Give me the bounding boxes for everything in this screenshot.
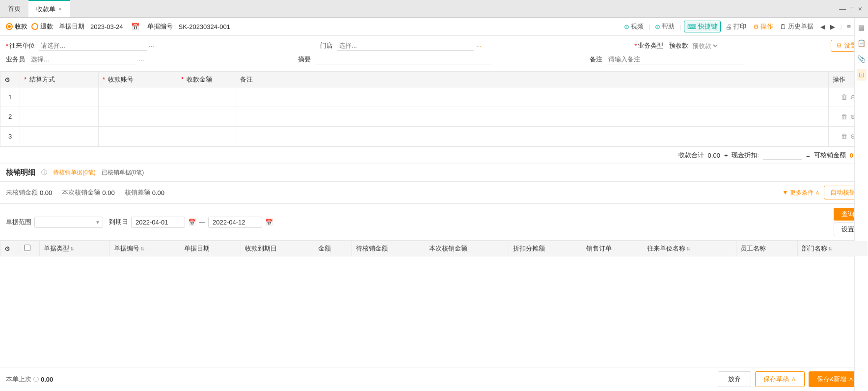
calendar-from-icon[interactable]: 📅 (188, 219, 196, 226)
discard-btn[interactable]: 放弃 (718, 371, 751, 387)
vth-settings[interactable]: ⚙ (0, 241, 20, 256)
row-3-note[interactable] (236, 127, 829, 146)
range-label: 单据范围 (6, 218, 31, 226)
table-row: 2 🗑 ⊕ (0, 107, 868, 127)
help-btn[interactable]: ⊙ 帮助 (653, 21, 677, 32)
vth-amount: 金额 (314, 241, 352, 256)
row-2-delete-icon[interactable]: 🗑 (841, 113, 847, 120)
discount-label: 现金折扣: (732, 151, 759, 160)
row-1-method[interactable] (20, 87, 99, 107)
sort-dept-icon[interactable]: ⇅ (828, 246, 832, 251)
row-3-method[interactable] (20, 127, 99, 146)
data-table: ⚙ * 结算方式 * 收款账号 * 收款金额 备注 (0, 72, 868, 146)
tab-home[interactable]: 首页 (0, 0, 28, 17)
vth-number: 单据编号 ⇅ (109, 241, 180, 256)
form-row-1: * 往来单位 ··· 门店 ··· * 业务类型 预收款 (6, 40, 862, 52)
counterpart-label: 往来单位 (9, 41, 35, 50)
nav-left-icon[interactable]: ◀ (818, 22, 827, 31)
settings-icon: ⚙ (4, 76, 10, 84)
verify-tab-pending[interactable]: 待核销单据(0笔) (53, 168, 96, 177)
radio-group: 收款 退款 (6, 22, 53, 31)
th-account: * 收款账号 (99, 72, 177, 87)
unchecked-value: 0.00 (40, 189, 52, 196)
counterpart-input[interactable] (39, 41, 147, 51)
counterpart-required: * (6, 42, 8, 50)
save-draft-btn[interactable]: 保存草稿 ∧ (755, 371, 805, 387)
summary-field: 摘要 (298, 55, 570, 64)
verify-table: ⚙ 单据类型 ⇅ 单据编号 (0, 241, 868, 256)
row-1-amount[interactable] (177, 87, 236, 107)
operation-btn[interactable]: ⚙ 操作 (751, 21, 775, 32)
video-btn[interactable]: ⊙ 视频 (622, 21, 646, 32)
sort-counterpart-icon[interactable]: ⇅ (686, 246, 690, 251)
tab-close-icon[interactable]: × (58, 6, 62, 13)
select-all-checkbox[interactable] (24, 245, 30, 251)
tab-receipt[interactable]: 收款单 × (28, 0, 70, 17)
vth-sales-order: 销售订单 (582, 241, 643, 256)
radio-tuikuan[interactable]: 退款 (31, 22, 53, 31)
close-btn[interactable]: × (858, 5, 862, 13)
number-label: 单据编号 (147, 22, 173, 31)
sidebar-table-icon[interactable]: ▦ (856, 22, 867, 33)
staff-dots[interactable]: ··· (137, 56, 146, 63)
row-2-account[interactable] (99, 107, 177, 127)
date-to-input[interactable] (208, 217, 262, 228)
maximize-btn[interactable]: □ (850, 5, 854, 13)
date-from-input[interactable] (131, 217, 185, 228)
row-2-amount[interactable] (177, 107, 236, 127)
sort-type-icon[interactable]: ⇅ (70, 246, 74, 251)
staff-input[interactable] (29, 55, 137, 64)
bottom-info-icon[interactable]: ⓘ (33, 376, 39, 383)
sort-number-icon[interactable]: ⇅ (140, 246, 144, 251)
row-2-method[interactable] (20, 107, 99, 127)
store-dots[interactable]: ··· (474, 42, 484, 50)
remark-input[interactable] (606, 55, 744, 64)
verify-header: 核销明细 ⓘ 待核销单据(0笔) 已核销单据(0笔) (0, 164, 868, 182)
nav-right-icon[interactable]: ▶ (828, 22, 837, 31)
verify-stats: 未核销金额 0.00 本次核销金额 0.00 核销差额 0.00 ▼ 更多条件 … (0, 182, 868, 204)
row-1-delete-icon[interactable]: 🗑 (841, 93, 847, 101)
list-icon[interactable]: ≡ (845, 21, 853, 32)
business-type-dropdown[interactable]: 预收款 (690, 42, 719, 50)
verify-section: 核销明细 ⓘ 待核销单据(0笔) 已核销单据(0笔) 未核销金额 0.00 本次… (0, 164, 868, 391)
sidebar-doc-icon[interactable]: 📋 (855, 37, 868, 49)
current-value: 0.00 (102, 189, 114, 196)
shortcut-btn[interactable]: ⌨ 快捷键 (684, 21, 721, 32)
calendar-icon[interactable]: 📅 (129, 22, 141, 31)
row-num-3: 3 (0, 127, 20, 146)
row-1-account[interactable] (99, 87, 177, 107)
total-value: 0.00 (708, 152, 720, 159)
print-btn[interactable]: 🖨 打印 (724, 21, 748, 32)
verify-tab-done[interactable]: 已核销单据(0笔) (102, 168, 144, 177)
date-range-filter: 到期日 📅 — 📅 (109, 217, 273, 228)
sidebar-attach-icon[interactable]: 📎 (855, 53, 868, 65)
minimize-btn[interactable]: — (839, 5, 846, 13)
calendar-to-icon[interactable]: 📅 (265, 219, 273, 226)
vth-dept: 部门名称 ⇅ (798, 241, 868, 256)
store-input[interactable] (337, 41, 474, 51)
summary-row: 收款合计 0.00 + 现金折扣: = 可核销金额 0.00 (0, 147, 868, 164)
vth-checkbox[interactable] (20, 241, 40, 256)
history-btn[interactable]: 🗒 历史单据 (778, 21, 815, 32)
row-1-note[interactable] (236, 87, 829, 107)
counterpart-dots[interactable]: ··· (147, 42, 156, 50)
range-select[interactable] (34, 217, 103, 228)
th-settings[interactable]: ⚙ (0, 72, 20, 87)
row-3-delete-icon[interactable]: 🗑 (841, 133, 847, 140)
row-3-account[interactable] (99, 127, 177, 146)
remark-label: 备注 (590, 55, 602, 64)
staff-field: 业务员 ··· (6, 55, 278, 64)
tab-bar: 首页 收款单 × — □ × (0, 0, 868, 18)
verify-info-icon[interactable]: ⓘ (41, 168, 47, 177)
row-num-2: 2 (0, 107, 20, 127)
row-3-amount[interactable] (177, 127, 236, 146)
radio-shoukuan[interactable]: 收款 (6, 22, 27, 31)
radio-shoukuan-circle (6, 23, 13, 30)
staff-label: 业务员 (6, 55, 25, 64)
bottom-bar: 本单上次 ⓘ 0.00 放弃 保存草稿 ∧ 保存&新增 ∧ (0, 367, 868, 391)
more-conditions-btn[interactable]: ▼ 更多条件 ∧ (782, 189, 820, 197)
discount-input[interactable] (763, 151, 802, 160)
summary-input[interactable] (315, 55, 491, 64)
sidebar-expand-icon[interactable]: ⊡ (857, 69, 867, 81)
row-2-note[interactable] (236, 107, 829, 127)
